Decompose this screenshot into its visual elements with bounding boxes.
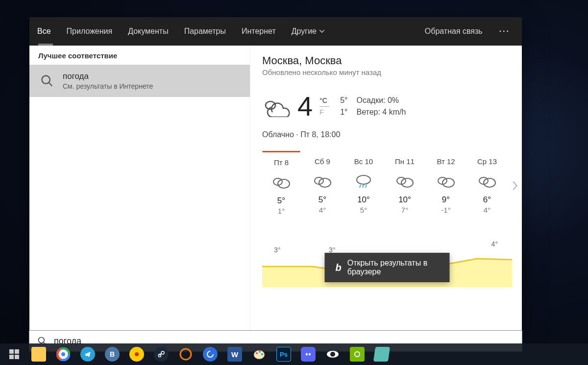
tab-label: Параметры bbox=[184, 27, 226, 36]
forecast-day[interactable]: Пн 11 10° 7° bbox=[386, 151, 424, 220]
windows-icon bbox=[7, 347, 22, 362]
chrome-icon bbox=[56, 347, 71, 362]
svg-point-40 bbox=[330, 352, 335, 357]
photoshop-icon: Ps bbox=[276, 347, 291, 362]
forecast-high: 6° bbox=[469, 195, 505, 205]
cloud-icon bbox=[469, 170, 505, 192]
svg-line-10 bbox=[366, 185, 367, 188]
feedback-link[interactable]: Обратная связь bbox=[417, 17, 490, 46]
forecast-low: 1° bbox=[264, 207, 299, 215]
forecast-day[interactable]: Пт 8 5° 1° bbox=[262, 151, 300, 220]
tab-label: Другие bbox=[292, 27, 317, 36]
forecast-day-label: Сб 9 bbox=[305, 157, 340, 166]
tab-label: Документы bbox=[128, 27, 168, 36]
taskbar-ubisoft[interactable] bbox=[198, 343, 222, 365]
cloud-icon bbox=[264, 171, 299, 193]
tab-apps[interactable]: Приложения bbox=[59, 17, 121, 46]
tab-label: Приложения bbox=[67, 27, 113, 36]
tab-all[interactable]: Все bbox=[29, 17, 59, 46]
svg-point-34 bbox=[256, 352, 258, 354]
taskbar-yandex[interactable] bbox=[124, 343, 149, 365]
tab-more[interactable]: Другие bbox=[284, 17, 332, 46]
forecast-day[interactable]: Вт 12 9° -1° bbox=[427, 151, 465, 220]
discord-icon bbox=[301, 347, 316, 362]
result-title: погода bbox=[63, 72, 153, 81]
forecast-high: 10° bbox=[346, 195, 381, 205]
taskbar-paint[interactable] bbox=[247, 343, 271, 365]
open-in-browser-button[interactable]: b Открыть результаты в браузере bbox=[325, 253, 450, 282]
taskbar-app-teal[interactable] bbox=[369, 343, 394, 365]
svg-rect-21 bbox=[9, 355, 14, 359]
result-item-weather[interactable]: погода См. результаты в Интернете bbox=[29, 65, 250, 97]
tab-docs[interactable]: Документы bbox=[120, 17, 176, 46]
taskbar-vk[interactable]: B bbox=[100, 343, 124, 365]
svg-line-8 bbox=[360, 185, 361, 188]
steam-icon bbox=[154, 347, 169, 362]
svg-point-32 bbox=[180, 349, 191, 360]
forecast-day[interactable]: Сб 9 5° 4° bbox=[303, 151, 342, 220]
today-low: 1° bbox=[340, 106, 347, 118]
taskbar-chrome[interactable] bbox=[51, 343, 75, 365]
bing-icon: b bbox=[336, 262, 342, 273]
cloud-icon bbox=[387, 170, 422, 192]
wind-text: Ветер: 4 km/h bbox=[356, 106, 406, 118]
current-weather: 4 °C F 5° 1° Осадки: 0% Ветер: 4 km/h bbox=[262, 91, 518, 122]
forecast-high: 10° bbox=[387, 195, 422, 205]
taskbar-file-explorer[interactable] bbox=[26, 343, 51, 365]
search-flyout: Все Приложения Документы Параметры Интер… bbox=[29, 17, 522, 331]
vk-icon: B bbox=[105, 347, 120, 362]
telegram-icon bbox=[80, 347, 95, 362]
word-icon: W bbox=[227, 347, 242, 362]
svg-rect-19 bbox=[9, 349, 14, 354]
circle-icon bbox=[178, 347, 193, 362]
forecast-day[interactable]: Вс 10 10° 5° bbox=[344, 151, 383, 220]
svg-line-31 bbox=[158, 354, 162, 355]
taskbar-app-eye[interactable] bbox=[320, 343, 345, 365]
rain-icon bbox=[346, 170, 381, 192]
ubisoft-icon bbox=[203, 347, 218, 362]
svg-point-0 bbox=[42, 76, 50, 84]
svg-line-1 bbox=[49, 83, 52, 86]
tab-bar: Все Приложения Документы Параметры Интер… bbox=[29, 17, 522, 46]
forecast-day-label: Пт 8 bbox=[264, 158, 299, 167]
location-title: Москва, Москва bbox=[262, 54, 518, 67]
taskbar-app-orange[interactable] bbox=[173, 343, 198, 365]
best-match-header: Лучшее соответствие bbox=[29, 46, 250, 65]
svg-line-9 bbox=[363, 185, 364, 188]
tab-internet[interactable]: Интернет bbox=[234, 17, 284, 46]
taskbar-steam[interactable] bbox=[149, 343, 173, 365]
forecast-day[interactable]: Ср 13 6° 4° bbox=[468, 151, 506, 220]
updated-text: Обновлено несколько минут назад bbox=[262, 68, 518, 76]
tab-label: Все bbox=[37, 27, 51, 36]
svg-point-6 bbox=[319, 178, 331, 187]
forecast-row: Пт 8 5° 1° Сб 9 5° 4° Вс 10 10° 5° bbox=[262, 151, 518, 220]
unit-fahrenheit: F bbox=[319, 108, 329, 117]
taskbar: B W Ps bbox=[0, 343, 588, 365]
svg-point-17 bbox=[39, 338, 45, 343]
forecast-day-label: Вт 12 bbox=[428, 157, 464, 166]
taskbar-photoshop[interactable]: Ps bbox=[271, 343, 296, 365]
cloud-icon bbox=[428, 170, 464, 192]
forecast-low: 4° bbox=[305, 206, 340, 214]
unit-toggle[interactable]: °C F bbox=[319, 96, 329, 116]
results-column: Лучшее соответствие погода См. результат… bbox=[29, 46, 250, 331]
svg-point-37 bbox=[306, 353, 308, 356]
svg-point-16 bbox=[484, 178, 495, 187]
start-button[interactable] bbox=[2, 343, 26, 365]
svg-point-36 bbox=[261, 353, 263, 355]
folder-icon bbox=[31, 347, 46, 362]
forecast-low: 5° bbox=[346, 206, 381, 214]
forecast-day-label: Вс 10 bbox=[346, 157, 381, 166]
app-icon bbox=[373, 347, 390, 362]
chevron-down-icon bbox=[319, 30, 324, 33]
taskbar-telegram[interactable] bbox=[75, 343, 100, 365]
forecast-low: 7° bbox=[387, 206, 422, 214]
forecast-low: 4° bbox=[469, 206, 505, 214]
tab-params[interactable]: Параметры bbox=[176, 17, 234, 46]
forecast-next-button[interactable] bbox=[509, 171, 521, 200]
taskbar-nvidia[interactable] bbox=[345, 343, 369, 365]
taskbar-discord[interactable] bbox=[296, 343, 320, 365]
forecast-high: 9° bbox=[428, 195, 464, 205]
more-options-button[interactable]: ··· bbox=[490, 17, 519, 46]
taskbar-word[interactable]: W bbox=[222, 343, 247, 365]
